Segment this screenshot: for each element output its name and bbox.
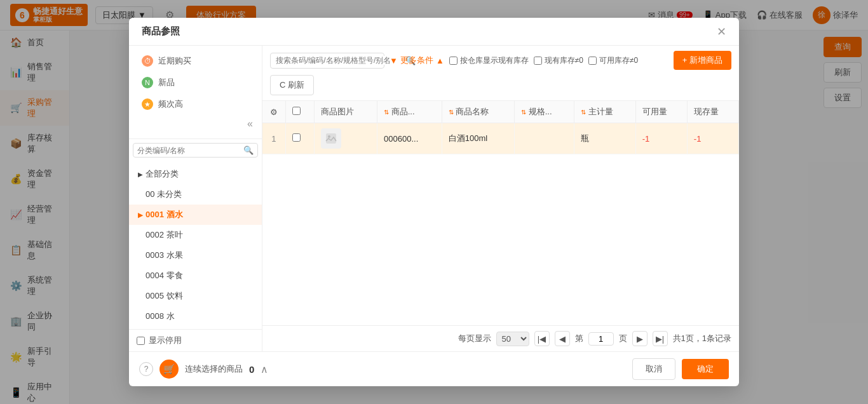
quick-new-label: 新品 [158, 77, 175, 88]
row-code: 000600... [377, 123, 442, 154]
modal-body: ⏱ 近期购买 N 新品 ★ 频次高 « [129, 46, 739, 351]
row-spec [515, 123, 574, 154]
cat-all[interactable]: ▶ 全部分类 [129, 164, 262, 184]
product-search-box[interactable]: 🔍 [270, 53, 384, 69]
col-spec[interactable]: ⇅ 规格... [515, 101, 574, 123]
sort-spec-icon: ⇅ [521, 109, 526, 116]
quick-new-btn[interactable]: N 新品 [134, 72, 257, 93]
checkbox-current-label[interactable]: 现有库存≠0 [534, 55, 583, 66]
checkbox-warehouse[interactable] [449, 57, 458, 65]
checkbox-warehouse-label[interactable]: 按仓库显示现有库存 [449, 55, 529, 66]
col-name[interactable]: ⇅ 商品名称 [442, 101, 514, 123]
cancel-btn[interactable]: 取消 [632, 358, 675, 380]
filter-btn-label: 更多条件 [400, 55, 433, 66]
cart-icon[interactable]: 🛒 [159, 360, 179, 379]
row-checkbox[interactable] [292, 133, 301, 142]
row-checkbox-cell[interactable] [285, 123, 315, 154]
total-label: 共1页，1条记录 [673, 333, 731, 344]
checkbox-available[interactable] [588, 57, 597, 65]
category-search-input[interactable] [137, 146, 243, 155]
col-checkbox[interactable] [285, 101, 315, 123]
show-disabled-label: 显示停用 [149, 335, 182, 346]
sort-name-icon: ⇅ [449, 109, 454, 116]
checkbox-current[interactable] [534, 57, 542, 65]
category-search-icon[interactable]: 🔍 [243, 145, 254, 155]
help-icon[interactable]: ? [139, 362, 153, 376]
page-label: 第 [575, 333, 583, 344]
category-list: ▶ 全部分类 00 未分类 ▶ 0001 酒水 0002 茶叶 0003 水果 [129, 161, 262, 329]
confirm-btn[interactable]: 确定 [682, 359, 729, 379]
cat-0004[interactable]: 0004 零食 [129, 266, 262, 286]
modal-header: 商品参照 ✕ [129, 18, 739, 46]
cat-0001[interactable]: ▶ 0001 酒水 [129, 205, 262, 225]
page-input[interactable] [588, 332, 614, 346]
clock-icon: ⏱ [142, 55, 153, 67]
cat-0002[interactable]: 0002 茶叶 [129, 225, 262, 245]
page-size-label: 每页显示 [458, 333, 491, 344]
modal-left-panel: ⏱ 近期购买 N 新品 ★ 频次高 « [129, 46, 262, 351]
svg-point-1 [328, 135, 330, 138]
quick-recent-label: 近期购买 [158, 55, 191, 67]
prev-page-btn[interactable]: ◀ [555, 331, 570, 346]
selected-label: 连续选择的商品 [185, 363, 243, 375]
category-search[interactable]: 🔍 [133, 143, 258, 158]
modal-overlay: 商品参照 ✕ ⏱ 近期购买 N 新品 [0, 0, 868, 404]
col-available[interactable]: 可用量 [635, 101, 687, 123]
cat-0008[interactable]: 0008 水 [129, 306, 262, 327]
modal-footer: ? 🛒 连续选择的商品 0 ∧ 取消 确定 [129, 351, 739, 386]
page-suffix: 页 [619, 333, 627, 344]
modal-close-btn[interactable]: ✕ [717, 26, 726, 37]
selected-count: 0 [249, 364, 254, 375]
cat-0005[interactable]: 0005 饮料 [129, 286, 262, 306]
quick-freq-label: 频次高 [158, 98, 183, 110]
col-settings[interactable]: ⚙ [262, 101, 285, 123]
first-page-btn[interactable]: |◀ [534, 331, 550, 346]
table-row[interactable]: 1 000600... 白酒100ml [262, 123, 739, 154]
last-page-btn[interactable]: ▶| [653, 331, 668, 346]
table-refresh-btn[interactable]: C 刷新 [270, 75, 314, 95]
filter-icon: ▼ [390, 56, 398, 65]
cat-0003[interactable]: 0003 水果 [129, 245, 262, 266]
new-icon: N [142, 77, 153, 88]
sort-icon: ⇅ [384, 109, 389, 116]
row-available: -1 [635, 123, 687, 154]
col-code[interactable]: ⇅ 商品... [377, 101, 442, 123]
checkbox-available-label[interactable]: 可用库存≠0 [588, 55, 638, 66]
product-search-input[interactable] [276, 56, 403, 65]
quick-freq-btn[interactable]: ★ 频次高 [134, 94, 257, 114]
filter-btn[interactable]: ▼ 更多条件 ▲ [390, 55, 444, 66]
col-stock[interactable]: 现存量 [687, 101, 738, 123]
row-img-cell [315, 123, 377, 154]
next-page-btn[interactable]: ▶ [632, 331, 648, 346]
cat-00[interactable]: 00 未分类 [129, 184, 262, 205]
modal-toolbar: 🔍 ▼ 更多条件 ▲ 按仓库显示现有库存 现有库存≠0 [262, 46, 739, 101]
collapse-up-btn[interactable]: ∧ [261, 363, 268, 375]
product-table-wrap: ⚙ 商品图片 ⇅ 商品... ⇅ 商品名称 [262, 101, 739, 325]
product-table: ⚙ 商品图片 ⇅ 商品... ⇅ 商品名称 [262, 101, 739, 154]
row-num: 1 [262, 123, 285, 154]
row-name: 白酒100ml [442, 123, 514, 154]
star-icon: ★ [142, 98, 153, 110]
select-all-checkbox[interactable] [292, 107, 301, 115]
add-product-btn[interactable]: + 新增商品 [674, 51, 731, 70]
modal-title: 商品参照 [142, 25, 180, 37]
filter-arrow-icon: ▲ [436, 56, 444, 65]
sort-unit-icon: ⇅ [581, 109, 586, 116]
product-image [321, 128, 341, 149]
show-disabled: 显示停用 [129, 329, 262, 351]
modal-right-panel: 🔍 ▼ 更多条件 ▲ 按仓库显示现有库存 现有库存≠0 [262, 46, 739, 351]
page-size-select[interactable]: 50 100 [496, 332, 529, 346]
modal-pagination: 每页显示 50 100 |◀ ◀ 第 页 ▶ ▶| 共1页，1条记录 [262, 325, 739, 351]
row-stock: -1 [687, 123, 738, 154]
row-unit: 瓶 [574, 123, 635, 154]
product-reference-modal: 商品参照 ✕ ⏱ 近期购买 N 新品 [129, 18, 739, 386]
col-img: 商品图片 [315, 101, 377, 123]
collapse-left-btn[interactable]: « [243, 114, 257, 133]
show-disabled-checkbox[interactable] [137, 337, 145, 345]
quick-recent-btn[interactable]: ⏱ 近期购买 [134, 51, 257, 71]
quick-access: ⏱ 近期购买 N 新品 ★ 频次高 « [129, 46, 262, 139]
col-unit[interactable]: ⇅ 主计量 [574, 101, 635, 123]
